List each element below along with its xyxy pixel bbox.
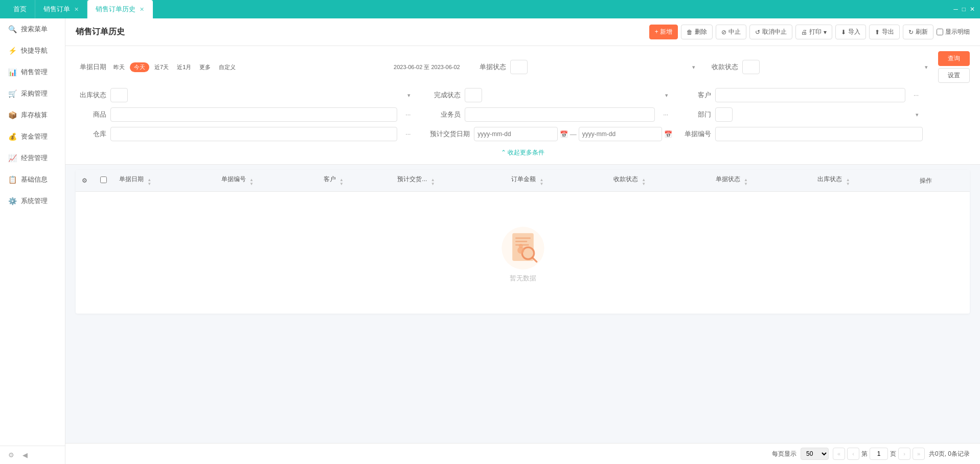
- page-header: 销售订单历史 + 新增 🗑 删除 ⊘ 中止 ↺ 取消中止: [65, 18, 980, 46]
- footer: 每页显示 50 10 20 100 « ‹ 第 页 › » 共0页, 0条记录: [65, 443, 980, 464]
- date-label: 单据日期: [76, 62, 106, 72]
- sidebar-item-operations[interactable]: 📈 经营管理: [0, 147, 65, 169]
- sidebar-item-finance-label: 资金管理: [21, 132, 48, 141]
- new-button[interactable]: + 新增: [649, 25, 678, 39]
- tab-sales-order-history-close[interactable]: ✕: [140, 6, 144, 13]
- product-input[interactable]: [110, 107, 397, 122]
- maximize-btn[interactable]: □: [962, 6, 966, 13]
- print-button[interactable]: 🖨 打印 ▾: [795, 25, 832, 39]
- sidebar-item-finance[interactable]: 💰 资金管理: [0, 126, 65, 147]
- sidebar-item-base-info[interactable]: 📋 基础信息: [0, 169, 65, 190]
- sidebar-item-search-menu[interactable]: 🔍 搜索菜单: [0, 18, 65, 40]
- salesperson-input[interactable]: [465, 107, 655, 122]
- sidebar-collapse-icon[interactable]: ◀: [22, 451, 28, 459]
- tab-home[interactable]: 首页: [5, 0, 35, 18]
- collapse-filters-btn[interactable]: ⌃ 收起更多条件: [76, 146, 970, 159]
- sidebar-item-quick-nav[interactable]: ⚡ 快捷导航: [0, 40, 65, 61]
- select-all-checkbox[interactable]: [100, 176, 107, 183]
- svg-point-8: [518, 244, 522, 248]
- th-doc-number[interactable]: 单据编号 ▲▼: [215, 170, 317, 192]
- filter-date: 单据日期 昨天 今天 近7天 近1月 更多 自定义: [76, 62, 390, 72]
- sidebar-item-quick-nav-label: 快捷导航: [21, 46, 48, 55]
- delete-button[interactable]: 🗑 删除: [681, 25, 713, 39]
- filter-department: 部门: [680, 107, 923, 122]
- th-expected-date[interactable]: 预计交货... ▲▼: [391, 170, 505, 192]
- sidebar-bottom: ⚙ ◀: [0, 446, 65, 464]
- warehouse-label: 仓库: [76, 129, 106, 139]
- th-outbound-status[interactable]: 出库状态 ▲▼: [811, 170, 914, 192]
- display-detail-checkbox[interactable]: [937, 29, 943, 35]
- last-page-btn[interactable]: »: [913, 448, 925, 460]
- content-area: 销售订单历史 + 新增 🗑 删除 ⊘ 中止 ↺ 取消中止: [65, 18, 980, 464]
- sidebar: 🔍 搜索菜单 ⚡ 快捷导航 📊 销售管理 🛒 采购管理 📦 库存核算 💰 资金管…: [0, 18, 65, 464]
- sidebar-item-inventory[interactable]: 📦 库存核算: [0, 104, 65, 126]
- sidebar-item-sales-mgmt[interactable]: 📊 销售管理: [0, 61, 65, 83]
- calendar-icon-start[interactable]: 📅: [560, 130, 568, 138]
- page-number-input[interactable]: [870, 448, 888, 460]
- date-more-btn[interactable]: 更多: [196, 62, 214, 72]
- refresh-button[interactable]: ↻ 刷新: [903, 25, 933, 39]
- page-size-select[interactable]: 50 10 20 100: [801, 448, 829, 460]
- filter-salesperson: 业务员 ···: [430, 107, 672, 122]
- customer-label: 客户: [680, 91, 711, 100]
- import-icon: ⬇: [841, 29, 846, 36]
- sidebar-item-purchase-mgmt-label: 采购管理: [21, 89, 48, 98]
- stop-button[interactable]: ⊘ 中止: [716, 25, 746, 39]
- date-1month-btn[interactable]: 近1月: [174, 62, 194, 72]
- close-btn[interactable]: ✕: [970, 6, 975, 13]
- customer-more-btn[interactable]: ···: [909, 92, 923, 99]
- sidebar-settings-icon[interactable]: ⚙: [8, 451, 14, 459]
- sidebar-item-sales-mgmt-label: 销售管理: [21, 68, 48, 77]
- salesperson-label: 业务员: [430, 110, 461, 119]
- sort-outbound-status-icon: ▲▼: [846, 178, 850, 186]
- th-order-amount[interactable]: 订单金额 ▲▼: [505, 170, 607, 192]
- product-more-btn[interactable]: ···: [401, 111, 415, 118]
- calendar-icon-end[interactable]: 📅: [664, 130, 672, 138]
- minimize-btn[interactable]: ─: [953, 6, 958, 13]
- completion-status-select[interactable]: [465, 88, 482, 102]
- customer-input[interactable]: [715, 88, 905, 102]
- receipt-status-select[interactable]: [742, 60, 760, 74]
- settings-search-button[interactable]: 设置: [938, 68, 970, 83]
- filter-doc-status: 单据状态: [475, 60, 700, 74]
- th-customer[interactable]: 客户 ▲▼: [317, 170, 392, 192]
- search-button[interactable]: 查询: [938, 51, 970, 66]
- date-today-btn[interactable]: 今天: [130, 62, 149, 72]
- cancel-stop-button[interactable]: ↺ 取消中止: [749, 25, 792, 39]
- purchase-mgmt-icon: 🛒: [8, 90, 17, 98]
- th-settings[interactable]: ⚙: [76, 170, 94, 192]
- outbound-status-select[interactable]: [110, 88, 128, 102]
- tab-sales-order[interactable]: 销售订单 ✕: [35, 0, 87, 18]
- warehouse-more-btn[interactable]: ···: [401, 130, 415, 138]
- tab-sales-order-label: 销售订单: [43, 5, 70, 14]
- sidebar-item-purchase-mgmt[interactable]: 🛒 采购管理: [0, 83, 65, 104]
- export-button[interactable]: ⬆ 导出: [869, 25, 900, 39]
- operations-icon: 📈: [8, 154, 17, 162]
- date-custom-btn[interactable]: 自定义: [216, 62, 239, 72]
- empty-illustration: [497, 223, 549, 274]
- th-doc-status[interactable]: 单据状态 ▲▼: [710, 170, 812, 192]
- tab-sales-order-close[interactable]: ✕: [74, 6, 79, 13]
- th-doc-date[interactable]: 单据日期 ▲▼: [113, 170, 215, 192]
- date-7days-btn[interactable]: 近7天: [151, 62, 172, 72]
- date-yesterday-btn[interactable]: 昨天: [110, 62, 128, 72]
- sidebar-item-system[interactable]: ⚙️ 系统管理: [0, 190, 65, 212]
- sort-doc-number-icon: ▲▼: [249, 178, 254, 186]
- import-button[interactable]: ⬇ 导入: [835, 25, 866, 39]
- expected-date-start[interactable]: [474, 127, 557, 141]
- tab-sales-order-history[interactable]: 销售订单历史 ✕: [87, 0, 153, 18]
- sidebar-item-inventory-label: 库存核算: [21, 111, 48, 120]
- department-select[interactable]: [715, 107, 733, 122]
- expected-date-end[interactable]: [579, 127, 662, 141]
- doc-number-input[interactable]: [715, 127, 923, 141]
- salesperson-more-btn[interactable]: ···: [659, 111, 672, 118]
- first-page-btn[interactable]: «: [833, 448, 845, 460]
- warehouse-input[interactable]: [110, 127, 397, 141]
- prev-page-btn[interactable]: ‹: [847, 448, 859, 460]
- th-checkbox[interactable]: [94, 170, 113, 192]
- th-receipt-status[interactable]: 收款状态 ▲▼: [607, 170, 710, 192]
- doc-status-select[interactable]: [510, 60, 528, 74]
- display-detail-toggle[interactable]: 显示明细: [937, 28, 970, 36]
- top-bar: 首页 销售订单 ✕ 销售订单历史 ✕ ─ □ ✕: [0, 0, 980, 18]
- next-page-btn[interactable]: ›: [898, 448, 910, 460]
